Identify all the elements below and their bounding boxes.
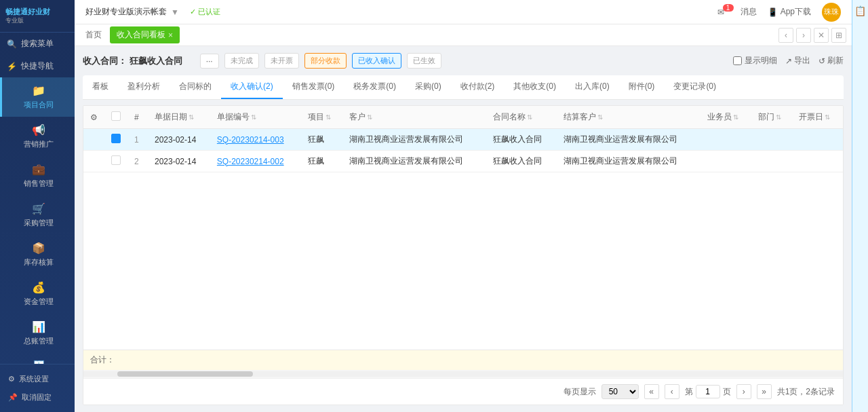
user-avatar[interactable]: 珠珠 (822, 3, 841, 22)
status-incomplete-btn[interactable]: 未完成 (224, 53, 259, 69)
sidebar-item-label: 销售管理 (24, 179, 54, 189)
sidebar-item-label: 采购管理 (24, 218, 54, 228)
status-partial-btn[interactable]: 部分收款 (304, 53, 347, 69)
sidebar-search[interactable]: 🔍 搜索菜单 (0, 33, 75, 55)
sidebar-item-invoice[interactable]: 🧾 发票管理 (0, 353, 75, 364)
page-suffix: 页 (723, 386, 731, 398)
tab-purchase[interactable]: 采购(0) (406, 75, 451, 99)
refresh-button[interactable]: ↺ 刷新 (818, 55, 844, 67)
sidebar-item-label: 项目合同 (24, 100, 54, 110)
tab-close-icon[interactable]: × (168, 31, 173, 40)
sidebar-item-purchase[interactable]: 🛒 采购管理 (0, 195, 75, 235)
tab-standards[interactable]: 合同标的 (170, 75, 221, 99)
header: 好业财专业版演示帐套 ▼ ✓ 已认证 ✉ 1 消息 📱 App下载 珠珠 (75, 0, 852, 24)
pagination-last[interactable]: » (757, 384, 772, 399)
tab-overview[interactable]: 看板 (83, 75, 118, 99)
page-title-prefix: 收入合同： (83, 56, 127, 66)
status-effective-btn[interactable]: 已生效 (407, 53, 441, 69)
col-project[interactable]: 项目⇅ (301, 106, 342, 129)
tab-income-contract[interactable]: 收入合同看板 × (110, 26, 180, 43)
tabbar: 首页 收入合同看板 × ‹ › ✕ ⊞ (75, 24, 852, 46)
pagination-first[interactable]: « (644, 384, 659, 399)
show-detail-toggle[interactable]: 显示明细 (733, 55, 777, 67)
capital-icon: 💰 (32, 281, 45, 294)
show-detail-checkbox[interactable] (733, 56, 742, 65)
pagination-next[interactable]: › (736, 384, 751, 399)
settings-icon: ⚙ (8, 375, 15, 383)
col-date[interactable]: 单据日期⇅ (148, 106, 210, 129)
data-table: ⚙ # 单据日期⇅ 单据编号⇅ 项目⇅ 客户⇅ 合同名称⇅ 结算客户⇅ 业务员⇅… (83, 105, 844, 405)
col-salesperson[interactable]: 业务员⇅ (701, 106, 751, 129)
tab-payment[interactable]: 收付款(2) (451, 75, 505, 99)
sidebar-item-project[interactable]: 📁 项目合同 (0, 77, 75, 117)
settings-gear-icon[interactable]: ⚙ (90, 113, 98, 122)
header-certified: ✓ 已认证 (190, 7, 220, 17)
sidebar-item-capital[interactable]: 💰 资金管理 (0, 274, 75, 314)
sidebar-item-label: 总账管理 (24, 336, 54, 346)
page-title: 收入合同： 狂飙收入合同 (83, 55, 182, 67)
tab-home[interactable]: 首页 (80, 29, 107, 41)
message-button[interactable]: ✉ 1 消息 (717, 6, 757, 18)
tab-outbound[interactable]: 出入库(0) (566, 75, 619, 99)
tab-label: 收入合同看板 (117, 29, 165, 41)
page-number-input[interactable] (696, 385, 720, 398)
row-bill-date (792, 151, 843, 172)
sidebar-quick-nav[interactable]: ⚡ 快捷导航 (0, 55, 75, 77)
refresh-icon: ↺ (818, 56, 825, 66)
horizontal-scrollbar[interactable] (83, 370, 843, 378)
header-checkbox[interactable] (111, 111, 121, 121)
sidebar-item-inventory[interactable]: 📦 库存核算 (0, 235, 75, 274)
pagination-prev[interactable]: ‹ (665, 384, 679, 399)
col-department[interactable]: 部门⇅ (751, 106, 793, 129)
col-bill-date[interactable]: 开票日⇅ (792, 106, 843, 129)
sidebar-item-general[interactable]: 📊 总账管理 (0, 314, 75, 353)
col-customer[interactable]: 客户⇅ (342, 106, 486, 129)
right-panel-icon[interactable]: 📋 (855, 5, 866, 17)
tab-sales-invoice[interactable]: 销售发票(0) (283, 75, 344, 99)
col-settle-customer[interactable]: 结算客户⇅ (557, 106, 701, 129)
sidebar-item-marketing[interactable]: 📢 营销推广 (0, 117, 75, 156)
tabbar-nav-menu[interactable]: ⊞ (831, 28, 846, 43)
table-row[interactable]: 1 2023-02-14 SQ-20230214-003 狂飙 湖南卫视商业运营… (83, 129, 843, 151)
row-date: 2023-02-14 (148, 129, 210, 151)
col-code[interactable]: 单据编号⇅ (210, 106, 301, 129)
row-checkbox[interactable] (104, 129, 127, 151)
row-settings (83, 129, 104, 151)
tab-profit[interactable]: 盈利分析 (118, 75, 170, 99)
tab-changes[interactable]: 变更记录(0) (664, 75, 726, 99)
main-content: 好业财专业版演示帐套 ▼ ✓ 已认证 ✉ 1 消息 📱 App下载 珠珠 (75, 0, 852, 412)
tab-other-income[interactable]: 其他收支(0) (504, 75, 566, 99)
tabbar-nav-right[interactable]: › (796, 28, 811, 43)
row-project: 狂飙 (301, 129, 342, 151)
header-right: ✉ 1 消息 📱 App下载 珠珠 (717, 3, 841, 22)
certified-label: 已认证 (198, 7, 220, 17)
sidebar-bottom-settings[interactable]: ⚙ 系统设置 (5, 370, 69, 388)
export-button[interactable]: ↗ 导出 (785, 55, 810, 67)
sidebar-item-sales[interactable]: 💼 销售管理 (0, 156, 75, 195)
page-label: 第 (685, 386, 693, 398)
inventory-icon: 📦 (32, 242, 45, 255)
right-panel[interactable]: 📋 (852, 0, 868, 412)
col-contract[interactable]: 合同名称⇅ (486, 106, 557, 129)
sidebar-bottom-unpin[interactable]: 📌 取消固定 (5, 388, 69, 407)
tab-income-confirm[interactable]: 收入确认(2) (221, 75, 283, 99)
tabbar-nav-close[interactable]: ✕ (814, 28, 829, 43)
status-confirmed-btn[interactable]: 已收入确认 (352, 53, 401, 69)
row-settle-customer: 湖南卫视商业运营发展有限公司 (557, 151, 701, 172)
status-uninvoiced-btn[interactable]: 未开票 (264, 53, 299, 69)
per-page-select[interactable]: 50 100 200 (601, 384, 639, 399)
tabbar-nav-left[interactable]: ‹ (778, 28, 793, 43)
table-row[interactable]: 2 2023-02-14 SQ-20230214-002 狂飙 湖南卫视商业运营… (83, 151, 843, 172)
more-button[interactable]: ··· (200, 54, 219, 69)
scrollbar-thumb[interactable] (117, 371, 253, 377)
row-code[interactable]: SQ-20230214-003 (210, 129, 301, 151)
sidebar-search-label: 搜索菜单 (21, 38, 54, 50)
row-code[interactable]: SQ-20230214-002 (210, 151, 301, 172)
tab-tax-invoice[interactable]: 税务发票(0) (344, 75, 406, 99)
app-download-button[interactable]: 📱 App下载 (768, 6, 811, 18)
quick-nav-icon: ⚡ (7, 62, 17, 71)
row-checkbox[interactable] (104, 151, 127, 172)
search-icon: 🔍 (7, 39, 17, 49)
tab-attachments[interactable]: 附件(0) (619, 75, 665, 99)
marketing-icon: 📢 (32, 124, 45, 136)
